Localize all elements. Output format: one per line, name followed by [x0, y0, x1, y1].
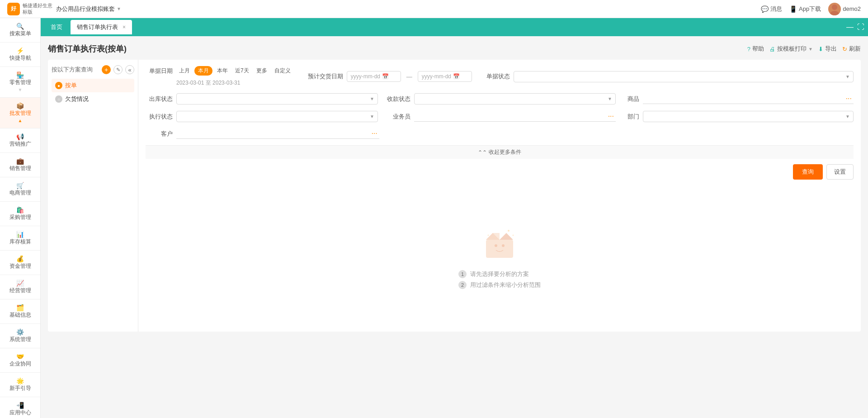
- sidebar-item-appcenter[interactable]: 📲 应用中心: [0, 397, 40, 418]
- tab-bar: 首页 销售订单执行表 × — ⛶: [41, 18, 868, 36]
- help-btn[interactable]: ? 帮助: [747, 45, 764, 53]
- sidebar-item-ecommerce[interactable]: 🛒 电商管理: [0, 177, 40, 202]
- empty-state-icon: [477, 219, 522, 265]
- sidebar-item-enterprise[interactable]: 🤝 企业协同: [0, 348, 40, 373]
- collapse-panel-btn[interactable]: «: [125, 65, 134, 74]
- sidebar-item-finance[interactable]: 💰 资金管理: [0, 251, 40, 275]
- refresh-btn[interactable]: ↻ 刷新: [842, 45, 861, 53]
- edit-plan-btn[interactable]: ✎: [113, 65, 123, 74]
- dept-group: 部门 ▼: [621, 111, 854, 122]
- date-to-placeholder: yyyy-mm-dd: [422, 73, 451, 80]
- expected-date-label: 预计交货日期: [308, 72, 343, 81]
- filter-row-1: 单据日期 上月 本月 本年 近7天 更多 自定义: [146, 66, 854, 87]
- date-quick-btns: 上月 本月 本年 近7天 更多 自定义: [176, 66, 293, 76]
- status-select-wrapper: ▼: [514, 71, 854, 82]
- svg-rect-2: [486, 240, 513, 258]
- export-btn[interactable]: ⬇ 导出: [818, 45, 837, 53]
- tab-maximize-icon[interactable]: ⛶: [857, 23, 864, 31]
- salesperson-more-icon[interactable]: ···: [608, 112, 614, 120]
- main-layout: 🔍 搜索菜单 ⚡ 快捷导航 🏪 零售管理 ▼ 📦 批发管理 ▲ 📢 营销推广 💼…: [0, 18, 868, 418]
- goods-more-icon[interactable]: ···: [846, 95, 852, 103]
- date-btn-thismonth[interactable]: 本月: [194, 66, 212, 76]
- sidebar-item-newuser[interactable]: 🌟 新手引导: [0, 373, 40, 397]
- plan-label-order: 按单: [65, 81, 77, 90]
- download-btn[interactable]: 📱 App下载: [789, 5, 821, 13]
- salesperson-input[interactable]: [416, 113, 608, 120]
- tab-home[interactable]: 首页: [44, 20, 69, 34]
- tab-close-icon[interactable]: ×: [123, 24, 126, 30]
- filter-row-3: 执行状态 ▼ 业务员 ··: [146, 111, 854, 122]
- content-area: 首页 销售订单执行表 × — ⛶ 销售订单执行表(按单) ? 帮助: [41, 18, 868, 418]
- two-panel: 按以下方案查询 + ✎ « ● 按单 ○ 欠货情况: [48, 60, 861, 332]
- app-selector[interactable]: 办公用品行业模拟账套 ▼: [56, 5, 121, 13]
- date-btn-thisyear[interactable]: 本年: [214, 66, 231, 76]
- date-separator: —: [405, 73, 414, 80]
- payment-status-select[interactable]: [414, 93, 616, 104]
- goods-group: 商品 ···: [621, 94, 854, 104]
- tab-sales-execution[interactable]: 销售订单执行表 ×: [71, 20, 132, 34]
- page-actions: ? 帮助 🖨 按模板打印 ▼ ⬇ 导出 ↻ 刷新: [747, 45, 861, 53]
- add-plan-btn[interactable]: +: [102, 65, 111, 74]
- hint-num-1: 1: [458, 270, 467, 278]
- print-template-btn[interactable]: 🖨 按模板打印 ▼: [769, 45, 813, 53]
- plan-dot-active: ●: [55, 82, 62, 89]
- sidebar-item-operations[interactable]: 📈 经营管理: [0, 275, 40, 299]
- sidebar-left: 🔍 搜索菜单 ⚡ 快捷导航 🏪 零售管理 ▼ 📦 批发管理 ▲ 📢 营销推广 💼…: [0, 18, 41, 418]
- settings-btn[interactable]: 设置: [826, 164, 854, 180]
- sidebar-item-wholesale[interactable]: 📦 批发管理 ▲: [0, 98, 40, 128]
- status-label: 单据状态: [486, 72, 510, 81]
- plan-item-order[interactable]: ● 按单: [52, 79, 134, 92]
- avatar: [828, 3, 841, 15]
- collapse-bar[interactable]: ⌃⌃ 收起更多条件: [146, 145, 854, 159]
- exec-status-select[interactable]: [176, 111, 378, 122]
- sidebar-item-basic[interactable]: 🗂️ 基础信息: [0, 299, 40, 324]
- message-btn[interactable]: 💬 消息: [761, 5, 782, 13]
- customer-group: 客户 ···: [146, 128, 379, 139]
- sidebar-item-quicknav[interactable]: ⚡ 快捷导航: [0, 43, 40, 67]
- goods-input[interactable]: [645, 95, 846, 102]
- ship-status-select[interactable]: [176, 93, 378, 104]
- status-select[interactable]: [514, 71, 854, 82]
- empty-hint-2: 2 用过滤条件来缩小分析范围: [458, 281, 541, 289]
- sidebar-item-sales[interactable]: 💼 销售管理: [0, 153, 40, 177]
- date-btn-7days[interactable]: 近7天: [232, 66, 252, 76]
- sidebar-item-inventory[interactable]: 📊 库存核算: [0, 226, 40, 251]
- plan-item-debt[interactable]: ○ 欠货情况: [52, 92, 134, 106]
- date-btn-lastmonth[interactable]: 上月: [176, 66, 193, 76]
- sidebar-item-search[interactable]: 🔍 搜索菜单: [0, 18, 40, 43]
- user-area[interactable]: demo2: [828, 3, 861, 15]
- salesperson-group: 业务员 ···: [383, 111, 616, 122]
- page-title: 销售订单执行表(按单): [48, 43, 127, 54]
- dept-select[interactable]: [643, 111, 854, 122]
- empty-state: 1 请先选择要分析的方案 2 用过滤条件来缩小分析范围: [146, 183, 854, 325]
- calendar-from-icon[interactable]: 📅: [382, 73, 389, 80]
- plan-label-debt: 欠货情况: [65, 95, 89, 103]
- goods-label: 商品: [621, 95, 639, 103]
- date-btn-custom[interactable]: 自定义: [272, 66, 293, 76]
- date-btn-more[interactable]: 更多: [254, 66, 270, 76]
- left-panel-actions: + ✎ «: [102, 65, 134, 74]
- customer-input[interactable]: [178, 130, 371, 137]
- dept-label: 部门: [621, 113, 639, 121]
- query-btn[interactable]: 查询: [793, 164, 823, 180]
- logo-area: 好 畅捷通好生意 标版: [7, 3, 52, 15]
- svg-point-5: [488, 235, 489, 236]
- sidebar-item-purchase[interactable]: 🛍️ 采购管理: [0, 202, 40, 226]
- customer-more-icon[interactable]: ···: [371, 129, 377, 138]
- exec-status-label: 执行状态: [146, 113, 173, 121]
- sidebar-item-marketing[interactable]: 📢 营销推广: [0, 128, 40, 153]
- exec-status-group: 执行状态 ▼: [146, 111, 378, 122]
- tab-minimize-icon[interactable]: —: [846, 23, 854, 31]
- svg-point-4: [513, 235, 514, 236]
- sidebar-item-system[interactable]: ⚙️ 系统管理: [0, 324, 40, 348]
- ship-status-label: 出库状态: [146, 95, 173, 103]
- date-to-input[interactable]: yyyy-mm-dd 📅: [418, 71, 472, 82]
- sidebar-item-retail[interactable]: 🏪 零售管理 ▼: [0, 67, 40, 98]
- date-from-input[interactable]: yyyy-mm-dd 📅: [347, 71, 401, 82]
- date-from-placeholder: yyyy-mm-dd: [351, 73, 380, 80]
- date-label: 单据日期: [146, 67, 173, 75]
- left-panel-title: 按以下方案查询: [52, 66, 93, 74]
- plan-dot-inactive: ○: [55, 95, 62, 103]
- calendar-to-icon[interactable]: 📅: [453, 73, 460, 80]
- svg-point-1: [830, 11, 839, 15]
